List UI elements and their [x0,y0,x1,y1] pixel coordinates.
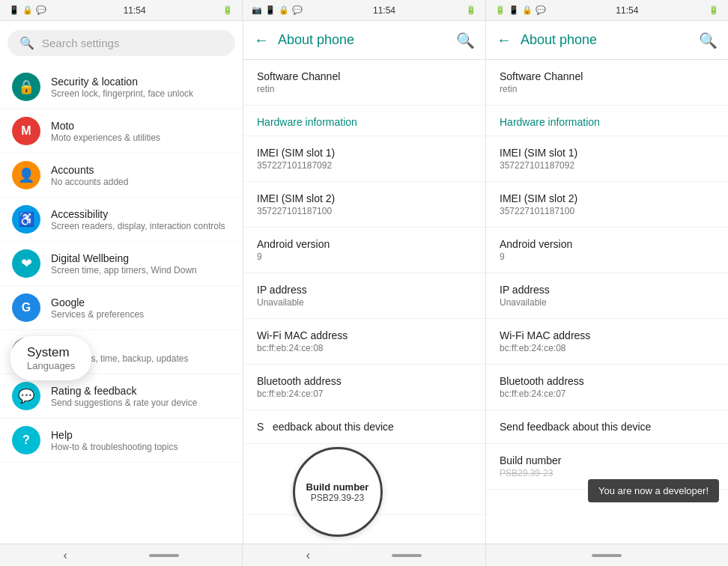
right-wifi-mac: Wi-Fi MAC address bc:ff:eb:24:ce:08 [486,319,728,365]
middle-imei2: IMEI (SIM slot 2) 357227101187100 [243,182,485,228]
right-panel: ← About phone 🔍 Software Channel retin H… [486,21,728,544]
right-imei1: IMEI (SIM slot 1) 357227101187092 [486,136,728,182]
accessibility-text: Accessibility Screen readers, display, i… [51,208,231,231]
middle-bluetooth: Bluetooth address bc:ff:eb:24:ce:07 [243,365,485,410]
settings-item-security[interactable]: 🔒 Security & location Screen lock, finge… [0,65,243,109]
settings-item-moto[interactable]: M Moto Moto experiences & utilities [0,109,243,153]
status-battery-left: 🔋 [222,5,233,15]
settings-item-system[interactable]: ℹ System Languages, time, backup, update… [0,330,243,374]
right-build-label: Build number [500,454,715,466]
status-time-left: 11:54 [124,5,146,16]
middle-back-button[interactable]: ← [254,31,269,49]
middle-android-value: 9 [257,252,472,262]
middle-ip-value: Unavailable [257,297,472,308]
settings-list: 🔒 Security & location Screen lock, finge… [0,65,243,544]
system-tooltip-title: System [27,345,75,360]
middle-android-version: Android version 9 [243,228,485,273]
security-icon: 🔒 [12,73,40,101]
google-subtitle: Services & preferences [51,309,231,320]
middle-software-channel-value: retin [257,84,472,94]
right-send-feedback[interactable]: Send feedback about this device [486,410,728,444]
nav-home-middle[interactable] [392,554,422,557]
right-android-label: Android version [500,238,715,250]
right-imei2-label: IMEI (SIM slot 2) [500,192,715,204]
settings-item-google[interactable]: G Google Services & preferences [0,286,243,330]
middle-feedback-label: S...eedback about this device [257,421,472,433]
right-imei2-value: 357227101187100 [500,206,715,216]
middle-send-feedback[interactable]: S...eedback about this device [243,410,485,444]
settings-item-accounts[interactable]: 👤 Accounts No accounts added [0,153,243,198]
status-section-left: 📱 🔒 💬 11:54 🔋 [0,0,243,20]
digital-wellbeing-title: Digital Wellbeing [51,252,231,264]
status-bar: 📱 🔒 💬 11:54 🔋 📷 📱 🔒 💬 11:54 🔋 � [0,0,728,21]
system-tooltip-subtitle: Languages [27,360,75,371]
middle-wifi-label: Wi-Fi MAC address [257,329,472,341]
middle-bluetooth-label: Bluetooth address [257,375,472,387]
digital-wellbeing-text: Digital Wellbeing Screen time, app timer… [51,252,231,276]
accounts-icon: 👤 [12,161,40,189]
developer-toast: You are now a developer! [588,479,719,502]
nav-home-right[interactable] [592,554,622,557]
settings-item-digital-wellbeing[interactable]: ❤ Digital Wellbeing Screen time, app tim… [0,242,243,286]
build-number-circle-value: PSB29.39-23 [311,493,364,503]
nav-back-left[interactable]: ‹ [64,549,67,562]
middle-hardware-info[interactable]: Hardware information [243,106,485,136]
moto-icon: M [12,117,40,145]
digital-wellbeing-icon: ❤ [12,249,40,278]
middle-build-number[interactable]: Build number PSB29.39-23 [243,444,485,515]
right-bluetooth: Bluetooth address bc:ff:eb:24:ce:07 [486,365,728,410]
settings-panel: 🔍 Search settings 🔒 Security & location … [0,21,243,544]
right-feedback-label: Send feedback about this device [500,421,715,433]
status-icons-right: 🔋 📱 🔒 💬 [495,5,546,15]
middle-ip-label: IP address [257,284,472,296]
google-icon: G [12,293,40,322]
status-time-middle: 11:54 [373,5,395,16]
right-search-icon[interactable]: 🔍 [699,31,718,49]
accounts-subtitle: No accounts added [51,177,231,187]
accounts-text: Accounts No accounts added [51,164,231,187]
nav-section-right [486,544,728,566]
settings-item-rating[interactable]: 💬 Rating & feedback Send suggestions & r… [0,374,243,419]
right-hardware-info[interactable]: Hardware information [486,106,728,136]
build-number-circle-label: Build number [306,481,369,493]
right-imei1-label: IMEI (SIM slot 1) [500,147,715,159]
right-software-channel-label: Software Channel [500,70,715,82]
right-software-channel: Software Channel retin [486,60,728,106]
middle-search-icon[interactable]: 🔍 [456,31,475,49]
moto-subtitle: Moto experiences & utilities [51,133,231,143]
accessibility-title: Accessibility [51,208,231,220]
right-ip-value: Unavailable [500,297,715,308]
right-hardware-label: Hardware information [500,116,715,128]
right-ip-label: IP address [500,284,715,296]
middle-imei2-value: 357227101187100 [257,206,472,216]
right-imei2: IMEI (SIM slot 2) 357227101187100 [486,182,728,228]
search-input[interactable]: Search settings [42,37,119,49]
nav-bar: ‹ ‹ [0,544,728,566]
security-text: Security & location Screen lock, fingerp… [51,76,231,99]
middle-wifi-mac: Wi-Fi MAC address bc:ff:eb:24:ce:08 [243,319,485,365]
middle-bluetooth-value: bc:ff:eb:24:ce:07 [257,389,472,399]
google-title: Google [51,296,231,308]
accounts-title: Accounts [51,164,231,176]
right-android-value: 9 [500,252,715,262]
right-ip-address: IP address Unavailable [486,273,728,319]
right-android-version: Android version 9 [486,228,728,273]
status-section-right: 🔋 📱 🔒 💬 11:54 🔋 [486,0,728,20]
middle-panel-title: About phone [278,32,447,48]
settings-item-accessibility[interactable]: ♿ Accessibility Screen readers, display,… [0,198,243,242]
google-text: Google Services & preferences [51,296,231,320]
help-title: Help [51,429,231,441]
middle-software-channel: Software Channel retin [243,60,485,106]
middle-imei1-value: 357227101187092 [257,160,472,171]
middle-ip-address: IP address Unavailable [243,273,485,319]
settings-item-help[interactable]: ? Help How-to & troubleshooting topics [0,419,243,463]
status-time-right: 11:54 [616,5,638,16]
nav-back-middle[interactable]: ‹ [306,549,310,562]
nav-home-left[interactable] [149,554,179,557]
rating-text: Rating & feedback Send suggestions & rat… [51,385,231,408]
moto-text: Moto Moto experiences & utilities [51,120,231,143]
right-software-channel-value: retin [500,84,715,94]
search-bar[interactable]: 🔍 Search settings [7,30,235,56]
rating-icon: 💬 [12,382,40,410]
right-back-button[interactable]: ← [497,31,512,49]
